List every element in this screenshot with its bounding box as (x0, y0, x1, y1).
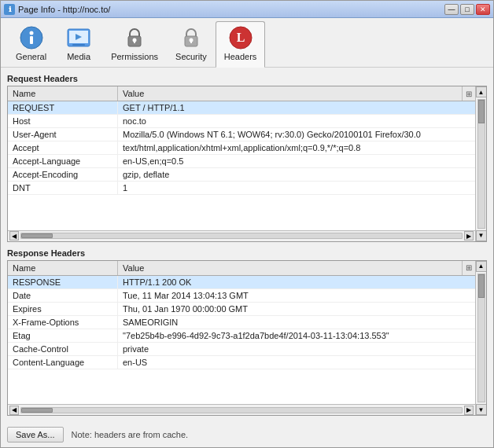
footer: Save As... Note: headers are from cache. (1, 422, 493, 447)
res-row-value: private (118, 343, 475, 355)
res-row-value: Thu, 01 Jan 1970 00:00:00 GMT (118, 303, 475, 315)
res-h-scroll-left[interactable]: ◀ (9, 406, 19, 415)
req-row-name: Host (8, 115, 118, 127)
res-row-name: Cache-Control (8, 343, 118, 355)
table-row: Date Tue, 11 Mar 2014 13:04:13 GMT (8, 289, 475, 303)
svg-rect-12 (190, 40, 192, 43)
table-row: REQUEST GET / HTTP/1.1 (8, 101, 475, 115)
table-row: Expires Thu, 01 Jan 1970 00:00:00 GMT (8, 303, 475, 316)
tab-headers[interactable]: L Headers (216, 21, 266, 68)
window-icon: ℹ (4, 4, 15, 15)
res-row-value: HTTP/1.1 200 OK (118, 276, 475, 288)
req-v-scroll-track[interactable] (477, 99, 485, 229)
headers-tab-icon: L (228, 25, 253, 50)
table-row: User-Agent Mozilla/5.0 (Windows NT 6.1; … (8, 128, 475, 141)
table-row: X-Frame-Options SAMEORIGIN (8, 316, 475, 329)
req-row-name: User-Agent (8, 128, 118, 141)
req-col-name: Name (8, 86, 118, 101)
res-h-scroll-right[interactable]: ▶ (464, 406, 474, 415)
request-headers-content: Name Value ⊞ REQUEST GET / HTTP/1.1 Host (8, 86, 475, 241)
tab-media-label: Media (67, 52, 90, 61)
res-row-name: Content-Language (8, 356, 118, 369)
req-col-value: Value (118, 86, 463, 101)
res-row-value: Tue, 11 Mar 2014 13:04:13 GMT (118, 289, 475, 302)
res-h-scroll-thumb[interactable] (21, 408, 53, 413)
svg-rect-9 (134, 40, 135, 43)
req-row-value: text/html,application/xhtml+xml,applicat… (118, 141, 475, 154)
title-bar-left: ℹ Page Info - http://noc.to/ (4, 4, 110, 15)
general-tab-icon (19, 25, 44, 50)
svg-rect-2 (30, 36, 33, 44)
req-v-scroll-thumb[interactable] (478, 100, 485, 123)
title-bar: ℹ Page Info - http://noc.to/ — □ ✕ (1, 1, 493, 18)
tab-permissions[interactable]: Permissions (102, 21, 167, 67)
req-row-value: GET / HTTP/1.1 (118, 101, 475, 114)
response-headers-header-row: Name Value ⊞ (8, 261, 475, 276)
res-col-name: Name (8, 261, 118, 275)
response-headers-inner: Name Value ⊞ RESPONSE HTTP/1.1 200 OK Da (8, 261, 486, 416)
req-row-value: noc.to (118, 115, 475, 127)
res-row-value: SAMEORIGIN (118, 316, 475, 329)
table-row: DNT 1 (8, 182, 475, 195)
minimize-button[interactable]: — (444, 4, 459, 15)
footer-note: Note: headers are from cache. (72, 430, 189, 439)
tab-permissions-label: Permissions (111, 52, 158, 61)
res-row-value: "7eb25b4b-e996-4d92-9c73-a1f2da7bde4f/20… (118, 329, 475, 342)
maximize-button[interactable]: □ (460, 4, 474, 15)
res-v-scroll-up[interactable]: ▲ (476, 261, 487, 272)
tab-media[interactable]: Media (55, 21, 102, 67)
permissions-tab-icon (122, 25, 147, 50)
res-row-name: Date (8, 289, 118, 302)
req-h-scroll-left[interactable]: ◀ (9, 231, 19, 241)
req-row-name: REQUEST (8, 101, 118, 114)
window: ℹ Page Info - http://noc.to/ — □ ✕ Gener… (0, 0, 494, 448)
res-h-scrollbar[interactable]: ◀ ▶ (8, 404, 475, 415)
tab-general-label: General (16, 52, 46, 61)
tab-security[interactable]: Security (167, 21, 216, 67)
res-header-icon: ⊞ (463, 261, 475, 275)
req-h-scroll-track[interactable] (20, 233, 463, 239)
res-v-scroll-down[interactable]: ▼ (476, 404, 487, 415)
svg-rect-6 (72, 44, 85, 46)
table-row: Accept text/html,application/xhtml+xml,a… (8, 141, 475, 155)
table-row: Accept-Encoding gzip, deflate (8, 168, 475, 182)
res-row-name: Expires (8, 303, 118, 315)
req-h-scroll-right[interactable]: ▶ (464, 231, 474, 241)
response-headers-body: RESPONSE HTTP/1.1 200 OK Date Tue, 11 Ma… (8, 276, 475, 405)
res-v-scrollbar[interactable]: ▲ ▼ (475, 261, 486, 416)
response-headers-section: Response Headers Name Value ⊞ RESPO (7, 248, 487, 417)
request-headers-label: Request Headers (7, 74, 487, 83)
table-row: Etag "7eb25b4b-e996-4d92-9c73-a1f2da7bde… (8, 329, 475, 343)
req-row-value: en-US,en;q=0.5 (118, 155, 475, 167)
response-headers-table: Name Value ⊞ RESPONSE HTTP/1.1 200 OK Da (7, 260, 487, 417)
req-row-value: gzip, deflate (118, 168, 475, 181)
window-title: Page Info - http://noc.to/ (18, 5, 110, 14)
table-row: Cache-Control private (8, 343, 475, 356)
req-v-scroll-down[interactable]: ▼ (476, 230, 487, 241)
tab-security-label: Security (175, 52, 207, 61)
req-v-scrollbar[interactable]: ▲ ▼ (475, 86, 486, 241)
req-h-scrollbar[interactable]: ◀ ▶ (8, 230, 475, 241)
req-row-value: Mozilla/5.0 (Windows NT 6.1; WOW64; rv:3… (118, 128, 475, 141)
tab-headers-label: Headers (224, 52, 257, 61)
req-v-scroll-up[interactable]: ▲ (476, 86, 487, 97)
close-button[interactable]: ✕ (476, 4, 490, 15)
save-as-button[interactable]: Save As... (7, 427, 64, 442)
media-tab-icon (66, 25, 91, 50)
res-row-value: en-US (118, 356, 475, 369)
response-headers-content: Name Value ⊞ RESPONSE HTTP/1.1 200 OK Da (8, 261, 475, 416)
request-headers-header-row: Name Value ⊞ (8, 86, 475, 101)
req-row-name: Accept-Encoding (8, 168, 118, 181)
req-row-name: Accept-Language (8, 155, 118, 167)
req-row-name: Accept (8, 141, 118, 154)
security-tab-icon (179, 25, 204, 50)
req-h-scroll-thumb[interactable] (21, 233, 53, 238)
res-col-value: Value (118, 261, 463, 275)
res-v-scroll-thumb[interactable] (478, 274, 485, 298)
res-row-name: X-Frame-Options (8, 316, 118, 329)
res-h-scroll-track[interactable] (20, 407, 463, 413)
res-v-scroll-track[interactable] (477, 274, 485, 403)
req-header-icon: ⊞ (463, 86, 475, 101)
tab-general[interactable]: General (7, 21, 55, 67)
table-row: Host noc.to (8, 115, 475, 128)
